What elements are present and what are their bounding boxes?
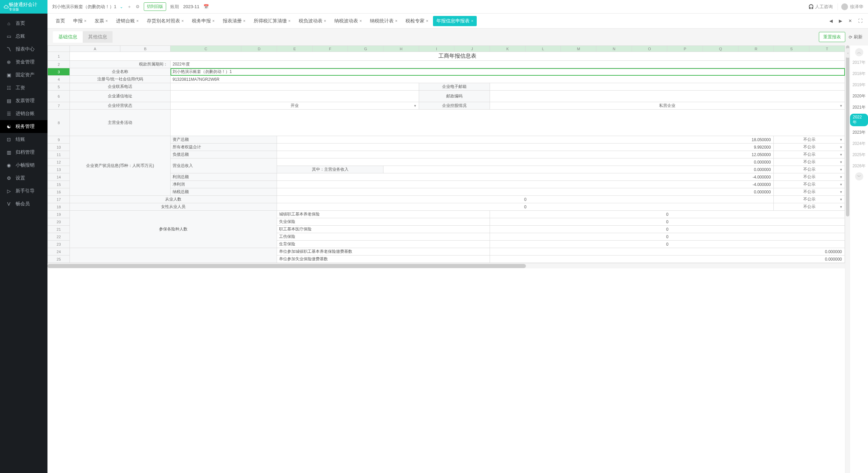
cell-value[interactable]: 91320811MA7NGR2W6R: [171, 76, 845, 83]
cell-input[interactable]: [171, 83, 419, 91]
year-item[interactable]: 2026年: [851, 161, 867, 171]
nav-salary[interactable]: ☷工资: [0, 81, 47, 94]
tab-9[interactable]: 纳税波动表×: [331, 16, 365, 26]
col-header[interactable]: P: [667, 46, 703, 52]
row-header[interactable]: 5: [48, 83, 70, 91]
col-header[interactable]: K: [490, 46, 526, 52]
cell-value[interactable]: 0.000000: [277, 188, 774, 196]
cell-value[interactable]: 0.000000: [277, 158, 774, 166]
year-item[interactable]: 2020年: [851, 91, 867, 101]
tab-6[interactable]: 报表清册×: [219, 16, 249, 26]
cell-dropdown[interactable]: 不公示: [774, 166, 845, 173]
cell-value[interactable]: -4.000000: [277, 173, 774, 181]
cell-value[interactable]: 0: [490, 218, 845, 226]
reset-report-button[interactable]: 重置报表: [819, 32, 845, 42]
cell-input[interactable]: [171, 91, 419, 102]
close-icon[interactable]: ×: [84, 19, 86, 23]
cell-dropdown[interactable]: 私营企业: [490, 102, 845, 110]
cell-value[interactable]: 0.000000: [490, 256, 845, 263]
cell-value[interactable]: 0: [490, 233, 845, 241]
row-header[interactable]: 17: [48, 196, 70, 203]
settings-icon[interactable]: ⚙: [136, 4, 140, 9]
tabs-next-icon[interactable]: ▶: [837, 17, 844, 25]
cell-selected[interactable]: 刘小艳演示账套（勿删勿动！）1: [171, 68, 845, 76]
support-link[interactable]: 🎧 人工咨询: [808, 4, 833, 10]
subtab-other[interactable]: 其他信息: [83, 31, 113, 43]
row-header[interactable]: 24: [48, 248, 70, 256]
col-header[interactable]: D: [241, 46, 277, 52]
year-item[interactable]: 2017年: [851, 58, 867, 68]
switch-old-button[interactable]: 切到旧版: [144, 2, 166, 11]
close-icon[interactable]: ×: [136, 19, 139, 23]
nav-psi[interactable]: ☰进销台账: [0, 107, 47, 120]
nav-tax[interactable]: ☯税务管理: [0, 120, 47, 133]
col-header[interactable]: H: [383, 46, 419, 52]
nav-guide[interactable]: ▷新手引导: [0, 185, 47, 197]
nav-home[interactable]: ⌂首页: [0, 17, 47, 30]
nav-close[interactable]: ⊡结账: [0, 133, 47, 146]
nav-settings[interactable]: ⚙设置: [0, 172, 47, 185]
cell-dropdown[interactable]: 不公示: [774, 158, 845, 166]
nav-report[interactable]: 〽报表中心: [0, 43, 47, 56]
col-header[interactable]: F: [312, 46, 348, 52]
row-header[interactable]: 10: [48, 144, 70, 151]
col-header[interactable]: O: [632, 46, 667, 52]
col-header[interactable]: N: [596, 46, 632, 52]
refresh-button[interactable]: ⟳ 刷新: [849, 34, 863, 40]
row-header[interactable]: 1: [48, 52, 70, 61]
col-header[interactable]: R: [738, 46, 774, 52]
row-header[interactable]: 3: [48, 68, 70, 76]
cell-value[interactable]: 0: [490, 211, 845, 218]
tab-7[interactable]: 所得税汇算清缴×: [250, 16, 294, 26]
col-header[interactable]: J: [454, 46, 490, 52]
nav-member[interactable]: V畅会员: [0, 197, 47, 210]
row-header[interactable]: 8: [48, 110, 70, 136]
nav-expense[interactable]: ◉小畅报销: [0, 159, 47, 172]
tab-11[interactable]: 税检专家×: [402, 16, 432, 26]
cell-value[interactable]: 0: [490, 226, 845, 233]
row-header[interactable]: 19: [48, 211, 70, 218]
user-menu[interactable]: 徐泽华: [837, 3, 863, 10]
col-header[interactable]: G: [348, 46, 383, 52]
nav-fund[interactable]: ⊛资金管理: [0, 56, 47, 69]
col-header[interactable]: T: [809, 46, 845, 52]
row-header[interactable]: 13: [48, 166, 70, 173]
close-icon[interactable]: ×: [288, 19, 291, 23]
cell-value[interactable]: -4.000000: [277, 181, 774, 188]
close-icon[interactable]: ×: [324, 19, 326, 23]
tab-8[interactable]: 税负波动表×: [295, 16, 330, 26]
cell-value[interactable]: 0: [277, 196, 774, 203]
cell-value[interactable]: 2022年度: [171, 61, 845, 68]
close-icon[interactable]: ×: [212, 19, 215, 23]
nav-invoice[interactable]: ▤发票管理: [0, 94, 47, 107]
col-header[interactable]: I: [419, 46, 454, 52]
calendar-icon[interactable]: 📅: [203, 4, 209, 9]
cell-value[interactable]: 0.000000: [383, 166, 774, 173]
col-header[interactable]: S: [774, 46, 809, 52]
row-header[interactable]: 22: [48, 233, 70, 241]
tab-5[interactable]: 税务申报×: [189, 16, 218, 26]
cell-dropdown[interactable]: 不公示: [774, 203, 845, 211]
row-header[interactable]: 9: [48, 136, 70, 144]
cell-dropdown[interactable]: 不公示: [774, 151, 845, 158]
col-header[interactable]: M: [561, 46, 596, 52]
cell-input[interactable]: [171, 110, 845, 136]
year-up-icon[interactable]: ︿: [855, 48, 863, 56]
tabs-prev-icon[interactable]: ◀: [828, 17, 834, 25]
horizontal-scrollbar[interactable]: [47, 263, 845, 268]
nav-archive[interactable]: ▥归档管理: [0, 146, 47, 159]
tabs-expand-icon[interactable]: ⛶: [857, 17, 864, 25]
vertical-scrollbar[interactable]: [845, 45, 850, 473]
col-header[interactable]: E: [277, 46, 313, 52]
row-header[interactable]: 20: [48, 218, 70, 226]
cell-value[interactable]: 12.050000: [277, 151, 774, 158]
row-header[interactable]: 15: [48, 181, 70, 188]
col-header[interactable]: A: [70, 46, 120, 52]
corner-cell[interactable]: [48, 46, 70, 52]
cell-dropdown[interactable]: 不公示: [774, 173, 845, 181]
cell-dropdown[interactable]: 不公示: [774, 136, 845, 144]
year-item[interactable]: 2019年: [851, 80, 867, 90]
row-header[interactable]: 2: [48, 61, 70, 68]
collapse-handle-icon[interactable]: ‹: [846, 48, 850, 58]
close-icon[interactable]: ×: [105, 19, 108, 23]
